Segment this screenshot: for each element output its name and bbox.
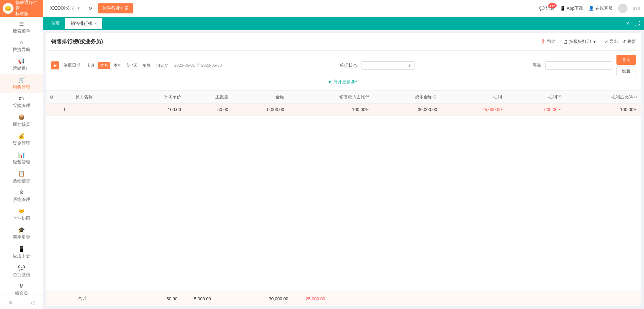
sidebar-item-cooperation[interactable]: 🤝 企业协同 <box>0 205 43 224</box>
row-rank: 1 <box>58 104 71 116</box>
sidebar-item-app-center[interactable]: 📱 应用中心 <box>0 243 43 262</box>
help-link[interactable]: ❓ 帮助 <box>540 39 556 45</box>
sidebar-item-basic-info[interactable]: 📋 基础信息 <box>0 168 43 187</box>
message-icon: 💬 <box>539 6 545 11</box>
goods-filter-text: … <box>548 63 553 68</box>
member-icon: V <box>19 283 23 289</box>
filter-row-main: ▶ 单据日期 上月 本月 本年 近7天 更多 自定义 2023-06-01 至 … <box>51 55 636 76</box>
col-amount: 全额 <box>232 91 288 104</box>
print-chevron-icon: ▼ <box>592 39 597 44</box>
more-date-btn[interactable]: 更多 <box>141 62 153 69</box>
row-avg-price: 100.00 <box>128 104 185 116</box>
refresh-button[interactable]: ↺ 刷新 <box>622 39 636 45</box>
message-button[interactable]: 💬 消息 99+ <box>539 5 555 11</box>
last7days-btn[interactable]: 近7天 <box>125 62 139 69</box>
message-badge: 99+ <box>548 3 557 8</box>
sidebar-item-system[interactable]: ⚙ 系统管理 <box>0 187 43 205</box>
tab-bar: 首页 销售排行榜 × × ⛶ <box>43 17 644 30</box>
status-select[interactable]: ▼ <box>361 61 415 70</box>
sales-ranking-table: ⚙ 员工名称 平均单价 主数量 全额 销售收入占比% 成本全额 ⓘ 毛利 毛利率… <box>46 91 641 116</box>
app-download-button[interactable]: 📱 App下载 <box>560 5 583 11</box>
sidebar-item-quick-nav[interactable]: ⌂ 快捷导航 <box>0 37 43 55</box>
export-button[interactable]: ↗ 导出 <box>604 39 618 45</box>
sidebar: 😊 畅康通好生意 标准版 ☰ 搜索菜单 ⌂ 快捷导航 📢 营销推广 🛒 销售管理… <box>0 0 43 309</box>
col-main-qty: 主数量 <box>185 91 232 104</box>
tab-maximize-button[interactable]: ⛶ <box>633 19 641 28</box>
this-month-btn[interactable]: 本月 <box>98 62 110 69</box>
sidebar-nav: ☰ 搜索菜单 ⌂ 快捷导航 📢 营销推广 🛒 销售管理 🛍 采购管理 📦 库存核… <box>0 17 43 296</box>
user-avatar[interactable] <box>618 4 628 13</box>
tab-close-icon[interactable]: × <box>94 21 97 26</box>
table-wrapper: ⚙ 员工名称 平均单价 主数量 全额 销售收入占比% 成本全额 ⓘ 毛利 毛利率… <box>46 91 641 291</box>
settings-text-button[interactable]: 设置 <box>616 66 636 76</box>
print-button[interactable]: 🖨 按模板打印 ▼ <box>560 37 600 46</box>
footer-settings-icon[interactable]: ⚙ <box>8 299 13 306</box>
chevron-down-icon: ▼ <box>77 6 80 10</box>
company-name: XXXXX公司 <box>50 5 75 11</box>
sidebar-item-member[interactable]: V 畅会员 <box>0 280 43 296</box>
date-buttons: 上月 本月 本年 近7天 更多 自定义 <box>85 62 170 69</box>
footer-collapse-icon[interactable]: ◁ <box>30 299 34 306</box>
service-icon: 👤 <box>589 6 594 11</box>
main-wrapper: XXXXX公司 ▼ ⚙ 体验行业方案 💬 消息 99+ 📱 App下载 👤 在线… <box>43 0 644 309</box>
cart-icon: 🛒 <box>18 77 25 83</box>
sidebar-item-sales[interactable]: 🛒 销售管理 <box>0 74 43 93</box>
col-sales-pct: 销售收入占比% <box>288 91 373 104</box>
page-header: 销售排行榜(按业务员) ❓ 帮助 🖨 按模板打印 ▼ ↗ 导出 <box>46 33 641 51</box>
goods-filter[interactable]: … <box>545 61 612 70</box>
tab-home[interactable]: 首页 <box>46 18 65 29</box>
row-sales-pct: 100.00% <box>288 104 373 116</box>
search-order-icon: ☰ <box>19 21 24 27</box>
wechat-icon: 💬 <box>18 264 25 271</box>
status-chevron-icon: ▼ <box>407 63 412 68</box>
footer-avg-price <box>128 297 155 300</box>
tab-bar-right: × ⛶ <box>625 19 641 28</box>
sidebar-item-wechat[interactable]: 💬 企业微信 <box>0 262 43 280</box>
footer-amount: 5,000.00 <box>181 295 215 303</box>
row-amount: 5,000.00 <box>232 104 288 116</box>
sidebar-item-marketing[interactable]: 📢 营销推广 <box>0 55 43 74</box>
last-month-btn[interactable]: 上月 <box>85 62 97 69</box>
user-name[interactable]: ▮▮▮ <box>633 6 640 11</box>
this-year-btn[interactable]: 本年 <box>112 62 124 69</box>
table-header-row: ⚙ 员工名称 平均单价 主数量 全额 销售收入占比% 成本全额 ⓘ 毛利 毛利率… <box>46 91 641 104</box>
sidebar-item-newbie[interactable]: 🎓 新手引导 <box>0 224 43 243</box>
col-name: 员工名称 <box>71 91 128 104</box>
sidebar-item-inventory[interactable]: 📦 库存核算 <box>0 111 43 130</box>
col-rank <box>58 91 71 104</box>
goods-label: 商品 <box>532 62 541 68</box>
table-footer: 合计 50.00 5,000.00 30,000.00 -25,000.00 <box>46 291 641 306</box>
trial-button[interactable]: 体验行业方案 <box>98 3 133 13</box>
col-settings[interactable]: ⚙ <box>46 91 58 104</box>
page-inner: 销售排行榜(按业务员) ❓ 帮助 🖨 按模板打印 ▼ ↗ 导出 <box>46 33 641 306</box>
operations-icon: 📊 <box>18 152 25 158</box>
status-label: 单据状态 <box>340 62 357 68</box>
tab-sales-ranking[interactable]: 销售排行榜 × <box>65 18 102 29</box>
custom-date-btn[interactable]: 自定义 <box>154 62 170 69</box>
home-icon: ⌂ <box>20 40 23 46</box>
table-row: 1 100.00 50.00 5,000.00 100.00% 30,000.0… <box>46 104 641 116</box>
col-cost: 成本全额 ⓘ <box>373 91 441 104</box>
purchase-icon: 🛍 <box>19 96 24 102</box>
expand-more-button[interactable]: ▼ 展开更多条件 <box>328 79 359 85</box>
sidebar-item-search-order[interactable]: ☰ 搜索菜单 <box>0 18 43 37</box>
tab-minimize-button[interactable]: × <box>625 19 631 28</box>
cooperation-icon: 🤝 <box>18 208 25 214</box>
col-gross-rate: 毛利率 <box>506 91 566 104</box>
col-gross: 毛利 <box>441 91 506 104</box>
footer-total-label: 合计 <box>74 294 128 303</box>
expand-more-row: ▼ 展开更多条件 <box>51 76 636 86</box>
gear-icon: ⚙ <box>88 6 92 11</box>
sidebar-item-finance[interactable]: 💰 资金管理 <box>0 130 43 149</box>
sidebar-item-operations[interactable]: 📊 经营管理 <box>0 149 43 168</box>
header-settings-button[interactable]: ⚙ <box>86 4 95 13</box>
row-settings <box>46 104 58 116</box>
filter-expand-arrow[interactable]: ▶ <box>51 61 59 69</box>
footer-gross: -25,000.00 <box>292 295 329 303</box>
footer-settings <box>50 297 60 300</box>
company-selector[interactable]: XXXXX公司 ▼ <box>47 4 83 13</box>
online-service-button[interactable]: 👤 在线客服 <box>589 5 613 11</box>
query-button[interactable]: 查询 <box>616 55 636 65</box>
newbie-icon: 🎓 <box>18 227 25 233</box>
sidebar-item-purchase[interactable]: 🛍 采购管理 <box>0 93 43 111</box>
